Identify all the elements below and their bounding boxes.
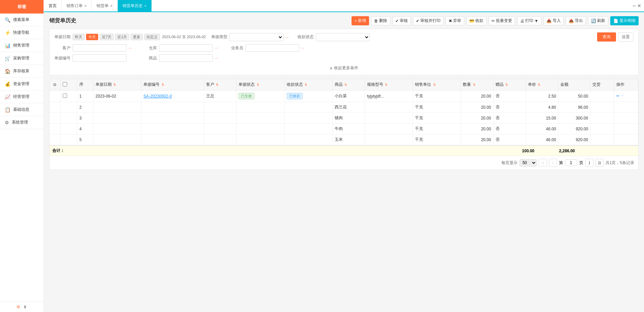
th-spec-model[interactable]: 规格型号 ⇅	[365, 79, 413, 90]
setting-button[interactable]: 设置	[618, 32, 634, 42]
sidebar-item-purchase-mgmt[interactable]: 🛒 采购管理	[0, 52, 44, 65]
warehouse-input[interactable]	[159, 44, 213, 52]
tab-home[interactable]: 首页	[44, 0, 62, 11]
more-btn[interactable]: 更多	[131, 34, 143, 40]
td-doc-no	[141, 102, 204, 113]
show-detail-button[interactable]: 📄 显示明细	[610, 16, 639, 25]
td-goods: 西兰花	[332, 102, 365, 113]
new-button[interactable]: + 新增	[352, 16, 369, 25]
th-payment-status[interactable]: 收款状态 ⇅	[284, 79, 332, 90]
first-page-btn[interactable]: ⟨⟨	[539, 159, 547, 167]
collapse-button[interactable]: ∧ 收起更多条件	[54, 64, 634, 72]
th-goods[interactable]: 商品 ⇅	[332, 79, 365, 90]
sidebar-item-operations-mgmt[interactable]: 📈 经营管理	[0, 90, 44, 103]
last1month-btn[interactable]: 近1月	[115, 34, 129, 40]
customer-ellipsis[interactable]: ···	[129, 46, 132, 50]
doc-type-select[interactable]	[229, 33, 283, 41]
edit-row-btn[interactable]: ✏	[616, 94, 619, 98]
collect-button[interactable]: 💳 收款	[466, 16, 486, 25]
salesperson-filter: 业务员 ···	[227, 44, 308, 52]
close-sales-history-tab[interactable]: ✕	[144, 4, 147, 8]
salesperson-ellipsis[interactable]: ···	[301, 46, 305, 50]
salesperson-input[interactable]	[245, 44, 299, 52]
query-button[interactable]: 查询	[597, 32, 616, 42]
doc-no-input[interactable]	[73, 54, 127, 62]
row-checkbox[interactable]	[63, 94, 67, 98]
select-all-checkbox[interactable]	[63, 82, 67, 86]
last7days-btn[interactable]: 近7天	[100, 34, 114, 40]
sort-docstatus-icon: ⇅	[257, 83, 259, 86]
sidebar-item-basic-info[interactable]: 📋 基础信息	[0, 103, 44, 116]
th-unit-price[interactable]: 单价 ⇅	[526, 79, 558, 90]
window-close-btn[interactable]: ✕	[637, 3, 641, 8]
table-settings-icon[interactable]: ⚙	[53, 82, 57, 87]
td-unit-price: 46.00	[526, 134, 558, 145]
td-row-no: 1	[77, 90, 93, 102]
td-spec-model	[365, 124, 413, 134]
td-spec-model	[365, 113, 413, 124]
data-table: ⚙ 序 单据日期 ⇅ 单据编号 ⇅	[50, 79, 638, 145]
abandon-button[interactable]: ✖ 弃审	[446, 16, 464, 25]
warehouse-ellipsis[interactable]: ···	[215, 46, 218, 50]
sidebar-item-system-mgmt[interactable]: ⚙ 系统管理	[0, 116, 44, 129]
page-size-select[interactable]: 50 20 100	[520, 159, 537, 166]
export-button[interactable]: 📤 导出	[566, 16, 586, 25]
more-row-btn[interactable]: ⋯	[621, 94, 624, 98]
sidebar-item-inventory-calc[interactable]: 🏠 库存核算	[0, 65, 44, 78]
th-customer[interactable]: 客户 ⇅	[204, 79, 236, 90]
goods-ellipsis[interactable]: ···	[215, 56, 218, 60]
next-page-btn[interactable]: ⟩	[585, 159, 593, 167]
print-button[interactable]: 🖨 打印 ▼	[517, 16, 541, 25]
th-date[interactable]: 单据日期 ⇅	[93, 79, 141, 90]
custom-btn[interactable]: 自定义	[144, 34, 160, 40]
page-number-input[interactable]	[565, 159, 577, 166]
last-page-btn[interactable]: ⟩⟩	[595, 159, 604, 167]
th-gift[interactable]: 赠品 ⇅	[493, 79, 526, 90]
td-date	[93, 113, 141, 124]
payment-status-select[interactable]	[316, 33, 370, 41]
td-spec-model	[365, 102, 413, 113]
window-minimize-btn[interactable]: ─	[633, 3, 636, 8]
doc-no-link[interactable]: SA-20230602-0	[143, 94, 172, 99]
td-actions	[614, 134, 638, 145]
goods-input[interactable]	[159, 54, 213, 62]
sidebar-item-search-menu[interactable]: 🔍 搜索菜单	[0, 14, 44, 26]
th-quantity[interactable]: 数量 ⇅	[461, 79, 493, 90]
th-doc-no[interactable]: 单据编号 ⇅	[141, 79, 204, 90]
doc-type-ellipsis[interactable]: ···	[285, 35, 289, 40]
quick-nav-icon: ⚡	[5, 30, 10, 35]
td-unit-price: 4.80	[526, 102, 558, 113]
batch-change-button[interactable]: ✏ 批量变更	[488, 16, 515, 25]
td-spec-model: tyjytyjdf...	[365, 90, 413, 102]
th-sales-unit[interactable]: 销售单位 ⇅	[413, 79, 461, 90]
td-actions	[614, 113, 638, 124]
sort-gift-icon: ⇅	[505, 83, 508, 86]
tab-sales-goods[interactable]: 销货单 ✕	[92, 0, 118, 11]
sidebar-settings-icon[interactable]: ⚙	[17, 305, 20, 309]
sort-date-icon: ⇅	[113, 83, 116, 86]
import-button[interactable]: 📥 导入	[543, 16, 564, 25]
today-btn[interactable]: 今天	[86, 34, 98, 40]
refresh-button[interactable]: 🔄 刷新	[588, 16, 608, 25]
close-sales-order-tab[interactable]: ✕	[84, 4, 87, 8]
th-settings[interactable]: ⚙	[50, 79, 60, 90]
sidebar-item-finance-mgmt[interactable]: 💰 资金管理	[0, 78, 44, 90]
prev-page-btn[interactable]: ⟨	[549, 159, 557, 167]
audit-button[interactable]: ✔ 审核	[392, 16, 411, 25]
td-doc-status	[236, 134, 284, 145]
th-doc-status[interactable]: 单据状态 ⇅	[236, 79, 284, 90]
sidebar-toggle-icon[interactable]: ⏸	[23, 305, 27, 309]
purchase-mgmt-icon: 🛒	[5, 56, 10, 61]
customer-input[interactable]	[73, 44, 127, 52]
doc-status-badge: 已生效	[239, 93, 254, 99]
sidebar-item-sales-mgmt[interactable]: 📊 销售管理	[0, 39, 44, 52]
audit-print-button[interactable]: ✔ 审核并打印	[413, 16, 444, 25]
close-sales-goods-tab[interactable]: ✕	[110, 4, 113, 8]
sidebar-item-quick-nav[interactable]: ⚡ 快捷导航	[0, 26, 44, 39]
yesterday-btn[interactable]: 昨天	[73, 34, 85, 40]
tab-sales-history[interactable]: 销货单历史 ✕	[118, 0, 152, 11]
audit-icon: ✔	[395, 19, 399, 23]
plus-icon: +	[355, 19, 357, 23]
delete-button[interactable]: 🗑 删除	[371, 16, 390, 25]
tab-sales-order[interactable]: 销售订单 ✕	[62, 0, 92, 11]
